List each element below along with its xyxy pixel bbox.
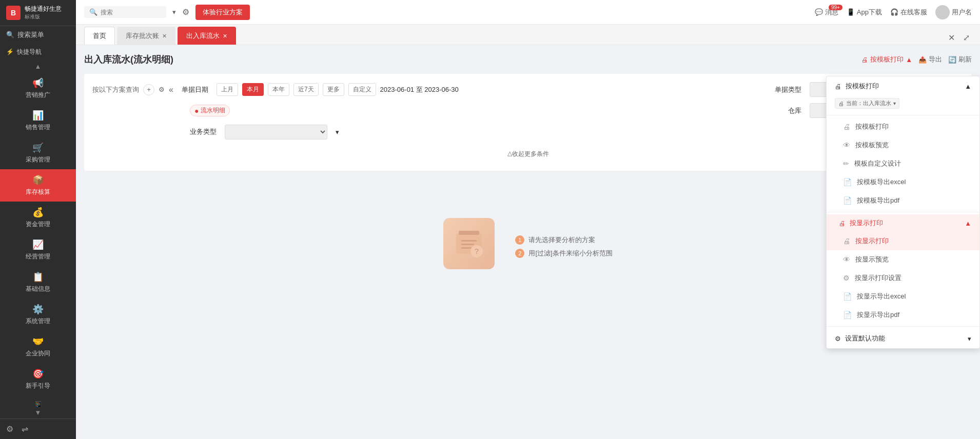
default-settings-item[interactable]: ⚙ 设置默认功能 ▾ <box>827 329 979 348</box>
step-2-text: 用[过滤]条件来缩小分析范围 <box>528 249 612 258</box>
display-settings-label: 按显示打印设置 <box>855 273 901 283</box>
template-excel-item[interactable]: 📄 按模板导出excel <box>827 173 979 191</box>
app-subtitle: 标准版 <box>25 13 62 21</box>
app-download-label: App下载 <box>857 8 882 17</box>
display-print-item[interactable]: 🖨 按显示打印 <box>827 232 979 250</box>
sidebar-item-enterprise[interactable]: 🤝 企业协同 <box>0 331 76 363</box>
business-type-select[interactable] <box>225 125 327 139</box>
display-pdf-icon: 📄 <box>843 311 852 319</box>
date-btn-7days[interactable]: 近7天 <box>293 83 319 96</box>
template-items: 🖨 按模板打印 👁 按模板预览 ✏ 模板自定义设计 📄 按模板导出excel 📄 <box>827 117 979 210</box>
export-icon: 📤 <box>918 56 927 64</box>
messages-btn[interactable]: 💬 消息 99+ <box>815 8 838 17</box>
trial-btn[interactable]: 体验行业方案 <box>195 5 250 20</box>
sidebar-item-purchase[interactable]: 🛒 采购管理 <box>0 137 76 169</box>
date-btn-more[interactable]: 更多 <box>323 83 344 96</box>
search-input[interactable] <box>101 9 152 16</box>
current-filter-tag[interactable]: ● 流水明细 <box>190 105 230 116</box>
display-pdf-item[interactable]: 📄 按显示导出pdf <box>827 306 979 324</box>
sidebar-bottom: ⚙ ⇌ <box>0 418 76 439</box>
date-btn-this-month[interactable]: 本月 <box>242 83 264 96</box>
app-center-icon: 📱 <box>32 401 44 407</box>
system-icon: ⚙️ <box>32 304 44 315</box>
template-custom-item[interactable]: ✏ 模板自定义设计 <box>827 154 979 173</box>
empty-step-2: 2 用[过滤]条件来缩小分析范围 <box>515 249 612 258</box>
sidebar-logo: B 畅捷通好生意 标准版 <box>0 0 76 26</box>
print-template-btn[interactable]: 🖨 按模板打印 ▲ <box>861 55 912 64</box>
tab-flow-close[interactable]: ✕ <box>223 33 227 39</box>
tab-batch-close[interactable]: ✕ <box>162 33 167 39</box>
sidebar-item-finance[interactable]: 💰 资金管理 <box>0 202 76 234</box>
sidebar-item-system[interactable]: ⚙️ 系统管理 <box>0 298 76 331</box>
export-btn[interactable]: 📤 导出 <box>918 55 942 64</box>
filter-by-label: 按以下方案查询 + ⚙ « <box>92 84 173 95</box>
quick-nav-label: 快捷导航 <box>17 48 42 56</box>
tab-batch[interactable]: 库存批次账 ✕ <box>117 27 175 45</box>
sidebar-item-label: 销售管理 <box>26 123 50 132</box>
business-type-label: 业务类型 <box>190 127 217 136</box>
page-content: 出入库流水(流水明细) 🖨 按模板打印 ▲ 📤 导出 🔄 刷新 <box>76 45 980 439</box>
quick-nav[interactable]: ⚡ 快捷导航 <box>0 44 76 61</box>
sidebar-scroll-up[interactable]: ▲ <box>0 61 76 72</box>
template-pdf-item[interactable]: 📄 按模板导出pdf <box>827 191 979 210</box>
tab-home[interactable]: 首页 <box>84 27 115 45</box>
svg-rect-2 <box>461 240 477 242</box>
sidebar-collapse-icon[interactable]: ⇌ <box>22 424 28 434</box>
online-service-label: 在线客服 <box>900 8 927 17</box>
display-section-header[interactable]: 🖨 按显示打印 ▲ <box>827 214 979 232</box>
sidebar-item-sales[interactable]: 📊 销售管理 <box>0 105 76 137</box>
date-btn-custom[interactable]: 自定义 <box>348 83 376 96</box>
divider-2 <box>827 212 979 212</box>
refresh-btn[interactable]: 🔄 刷新 <box>948 55 972 64</box>
template-print-icon: 🖨 <box>843 123 850 131</box>
date-btn-last-month[interactable]: 上月 <box>217 83 238 96</box>
user-avatar[interactable]: 用户名 <box>935 5 972 19</box>
sales-icon: 📊 <box>32 110 44 121</box>
expand-window-icon[interactable]: ⤢ <box>961 31 972 45</box>
template-print-item[interactable]: 🖨 按模板打印 <box>827 117 979 136</box>
current-tag-label: 当前：出入库流水 <box>846 99 891 107</box>
close-window-icon[interactable]: ✕ <box>946 31 957 45</box>
filter-collapse-icon[interactable]: « <box>169 85 173 94</box>
dropdown-main-header[interactable]: 🖨 按模板打印 ▲ <box>827 76 979 96</box>
empty-steps: 1 请先选择要分析的方案 2 用[过滤]条件来缩小分析范围 <box>515 235 612 262</box>
sidebar-item-label: 采购管理 <box>26 155 50 164</box>
current-template-tag[interactable]: 🖨 当前：出入库流水 ▾ <box>835 98 899 109</box>
sidebar-item-app-center[interactable]: 📱 应用中心 <box>0 395 76 407</box>
sidebar-scroll-down[interactable]: ▼ <box>0 407 76 418</box>
filter-add-btn[interactable]: + <box>143 84 154 95</box>
main-area: 🔍 ▾ ⚙ 体验行业方案 💬 消息 99+ 📱 App下载 🎧 在线客服 用户名 <box>76 0 980 439</box>
window-controls: ✕ ⤢ <box>946 31 972 45</box>
enterprise-icon: 🤝 <box>32 336 44 347</box>
sidebar-item-inventory[interactable]: 📦 库存核算 <box>0 169 76 202</box>
sidebar-search[interactable]: 🔍 搜索菜单 <box>0 26 76 44</box>
sidebar-item-basic[interactable]: 📋 基础信息 <box>0 266 76 298</box>
topbar-settings-icon[interactable]: ⚙ <box>182 7 189 17</box>
filter-gear-icon[interactable]: ⚙ <box>159 86 165 93</box>
svg-text:?: ? <box>475 247 479 255</box>
svg-rect-4 <box>461 247 472 249</box>
sidebar-settings-icon[interactable]: ⚙ <box>6 424 13 434</box>
refresh-label: 刷新 <box>958 55 972 64</box>
sidebar-item-label: 库存核算 <box>26 188 50 196</box>
svg-rect-3 <box>461 244 474 245</box>
template-preview-item[interactable]: 👁 按模板预览 <box>827 136 979 154</box>
online-service-btn[interactable]: 🎧 在线客服 <box>890 8 927 17</box>
display-preview-item[interactable]: 👁 按显示预览 <box>827 250 979 269</box>
sidebar-item-guide[interactable]: 🎯 新手引导 <box>0 363 76 395</box>
display-excel-item[interactable]: 📄 按显示导出excel <box>827 287 979 306</box>
dropdown-print-icon: 🖨 <box>835 83 841 90</box>
display-section-icon: 🖨 <box>839 220 846 227</box>
sidebar-item-operation[interactable]: 📈 经营管理 <box>0 234 76 266</box>
sidebar-item-marketing[interactable]: 📢 营销推广 <box>0 72 76 105</box>
date-btn-this-year[interactable]: 本年 <box>268 83 289 96</box>
app-logo-icon: B <box>6 6 21 20</box>
topbar-search-box[interactable]: 🔍 <box>84 6 166 18</box>
display-section-arrow: ▲ <box>965 220 971 227</box>
tab-flow[interactable]: 出入库流水 ✕ <box>178 27 236 45</box>
app-download-btn[interactable]: 📱 App下载 <box>847 8 882 17</box>
topbar-dropdown-arrow[interactable]: ▾ <box>172 8 176 16</box>
messages-badge: 99+ <box>829 5 842 10</box>
display-settings-item[interactable]: ⚙ 按显示打印设置 <box>827 269 979 287</box>
messages-icon: 💬 <box>815 8 823 16</box>
